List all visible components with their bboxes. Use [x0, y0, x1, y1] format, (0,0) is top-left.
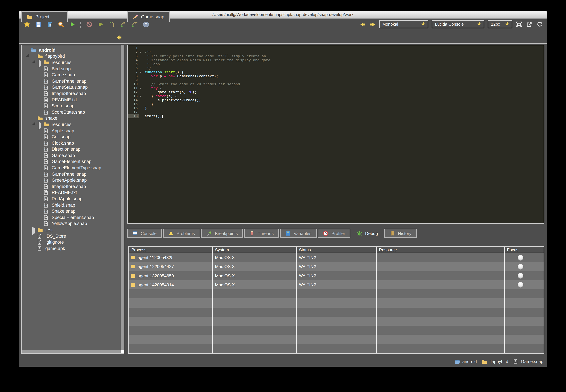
- run-button[interactable]: [69, 21, 76, 28]
- focus-radio-button[interactable]: [518, 273, 523, 279]
- theme-select[interactable]: Monokai: [379, 20, 428, 28]
- tree-item-readme-txt[interactable]: README.txt: [22, 190, 121, 196]
- disclosure-triangle-icon[interactable]: [39, 61, 42, 64]
- tab-project[interactable]: Project: [21, 11, 68, 22]
- tree-item-cell-snap[interactable]: <> Cell.snap: [22, 134, 121, 140]
- open-external-button[interactable]: [526, 21, 532, 28]
- tab-history[interactable]: History: [384, 229, 417, 238]
- step-into-button[interactable]: [108, 21, 115, 28]
- disclosure-triangle-icon[interactable]: [32, 117, 35, 120]
- tree-item-snake-snap[interactable]: <> Snake.snap: [22, 208, 121, 214]
- tree-item-resources[interactable]: resources: [22, 121, 121, 127]
- tab-problems[interactable]: Problems: [163, 229, 200, 238]
- tree-item-shield-snap[interactable]: <> Shield.snap: [22, 202, 121, 208]
- tree-item-imagestore-snap[interactable]: <> ImageStore.snap: [22, 90, 121, 97]
- tree-item-greenapple-snap[interactable]: <> GreenApple.snap: [22, 177, 121, 183]
- disclosure-triangle-icon[interactable]: [26, 49, 29, 52]
- tree-item--ds-store[interactable]: .DS_Store: [22, 233, 121, 239]
- refresh-button[interactable]: [536, 21, 543, 28]
- tab-console[interactable]: Console: [127, 229, 162, 238]
- disclosure-triangle-icon[interactable]: [32, 55, 35, 58]
- tab-breakpoints[interactable]: Breakpoints: [201, 229, 243, 238]
- tree-item-gameelement-snap[interactable]: <> GameElement.snap: [22, 158, 121, 165]
- fold-arrow-icon[interactable]: [139, 52, 141, 53]
- tree-item-game-snap[interactable]: <> Game.snap: [22, 72, 121, 78]
- font-select[interactable]: Lucida Console: [432, 20, 484, 28]
- tree-item-redapple-snap[interactable]: <> RedApple.snap: [22, 196, 121, 202]
- tree-item--gitignore[interactable]: .gitignore: [22, 239, 121, 245]
- tree-item-imagestore-snap[interactable]: <> ImageStore.snap: [22, 183, 121, 190]
- tab-debug[interactable]: Debug: [351, 229, 383, 238]
- help-button[interactable]: ?: [142, 21, 149, 28]
- code-editor[interactable]: 1 2 /** 3 * The entry point into the gam…: [127, 45, 544, 224]
- tree-item-label: GameStatus.snap: [52, 85, 88, 90]
- focus-radio-button[interactable]: [518, 264, 523, 270]
- resume-button[interactable]: [97, 21, 104, 28]
- stop-button[interactable]: [86, 21, 93, 28]
- table-row[interactable]: agent-1320054659Mac OS XWAITING: [129, 271, 544, 280]
- save-button[interactable]: [35, 21, 42, 28]
- tree-item-direction-snap[interactable]: <> Direction.snap: [22, 146, 121, 152]
- tree-item-android[interactable]: android: [22, 47, 121, 53]
- focus-radio-button[interactable]: [518, 282, 523, 288]
- column-header-process[interactable]: Process: [129, 247, 212, 253]
- tree-item-gamepanel-snap[interactable]: <> GamePanel.snap: [22, 78, 121, 84]
- tree-item-clock-snap[interactable]: <> Clock.snap: [22, 140, 121, 146]
- table-row[interactable]: agent-1220054427Mac OS XWAITING: [129, 262, 544, 271]
- favorite-button[interactable]: [23, 21, 30, 28]
- tree-item-bird-snap[interactable]: <> Bird.snap: [22, 66, 121, 72]
- search-button[interactable]: [57, 21, 64, 28]
- tree-vertical-scrollbar[interactable]: [121, 45, 124, 350]
- fold-arrow-icon[interactable]: [139, 96, 141, 97]
- tree-item-gamestatus-snap[interactable]: <> GameStatus.snap: [22, 84, 121, 90]
- tree-item-specialelement-snap[interactable]: <> SpecialElement.snap: [22, 214, 121, 221]
- breadcrumb-label: Game.snap: [521, 359, 543, 364]
- fold-arrow-icon[interactable]: [139, 88, 141, 89]
- tree-item-gamepanel-snap[interactable]: <> GamePanel.snap: [22, 171, 121, 177]
- tab-variables[interactable]: Variables: [280, 229, 317, 238]
- disclosure-triangle-icon[interactable]: [32, 228, 35, 231]
- table-row[interactable]: agent-1420054914Mac OS XWAITING: [129, 280, 544, 290]
- focus-radio-button[interactable]: [518, 254, 523, 261]
- tab-threads[interactable]: Threads: [244, 229, 279, 238]
- tree-item-scorestate-snap[interactable]: <> ScoreState.snap: [22, 109, 121, 115]
- fold-arrow-icon[interactable]: [139, 72, 141, 73]
- breadcrumb-item[interactable]: Game.snap: [513, 359, 543, 364]
- code-file-icon: <>: [44, 178, 49, 183]
- delete-button[interactable]: [46, 21, 53, 28]
- step-over-button[interactable]: [131, 21, 138, 28]
- column-header-status[interactable]: Status: [296, 247, 376, 253]
- tree-horizontal-scrollbar[interactable]: [22, 350, 121, 353]
- tree-item-yellowapple-snap[interactable]: <> YellowApple.snap: [22, 221, 121, 227]
- tab-profiler[interactable]: Profiler: [318, 229, 350, 238]
- font-size-select[interactable]: 12px: [488, 20, 512, 28]
- tree-item-apple-snap[interactable]: <> Apple.snap: [22, 127, 121, 134]
- tree-item-snake[interactable]: snake: [22, 115, 121, 121]
- tree-item-game-snap[interactable]: <> Game.snap: [22, 152, 121, 158]
- disclosure-triangle-icon[interactable]: [39, 123, 42, 126]
- column-header-system[interactable]: System: [212, 247, 296, 253]
- fullscreen-button[interactable]: [516, 21, 522, 28]
- table-row[interactable]: agent-1120054325Mac OS XWAITING: [129, 253, 544, 262]
- step-out-button[interactable]: [120, 21, 127, 28]
- column-header-resource[interactable]: Resource: [376, 247, 504, 253]
- collapse-panel-icon[interactable]: [116, 34, 122, 40]
- tree-item-flappybird[interactable]: flappybird: [22, 53, 121, 59]
- tree-item-resources[interactable]: resources: [22, 59, 121, 66]
- back-arrow-icon[interactable]: [360, 21, 366, 27]
- tree-item-test[interactable]: test: [22, 227, 121, 233]
- title-bar[interactable]: /Users/niallg/Work/development/snapscrip…: [19, 11, 547, 19]
- tree-item-score-snap[interactable]: <> Score.snap: [22, 103, 121, 109]
- tree-item-gameelementtype-snap[interactable]: <> GameElementType.snap: [22, 165, 121, 171]
- tree-item-readme-txt[interactable]: README.txt: [22, 97, 121, 103]
- tab-game-snap[interactable]: Game.snap: [127, 11, 170, 22]
- code-text: /**: [143, 50, 544, 54]
- tree-item-label: .DS_Store: [45, 234, 66, 238]
- breadcrumb-item[interactable]: flappybird: [482, 359, 508, 364]
- tree-item-game-apk[interactable]: game.apk: [22, 245, 121, 252]
- breadcrumb-item[interactable]: android: [455, 359, 477, 364]
- tree-item-label: README.txt: [52, 97, 77, 102]
- column-header-focus[interactable]: Focus: [504, 247, 544, 253]
- forward-arrow-icon[interactable]: [369, 21, 376, 27]
- code-file-icon: <>: [44, 153, 49, 158]
